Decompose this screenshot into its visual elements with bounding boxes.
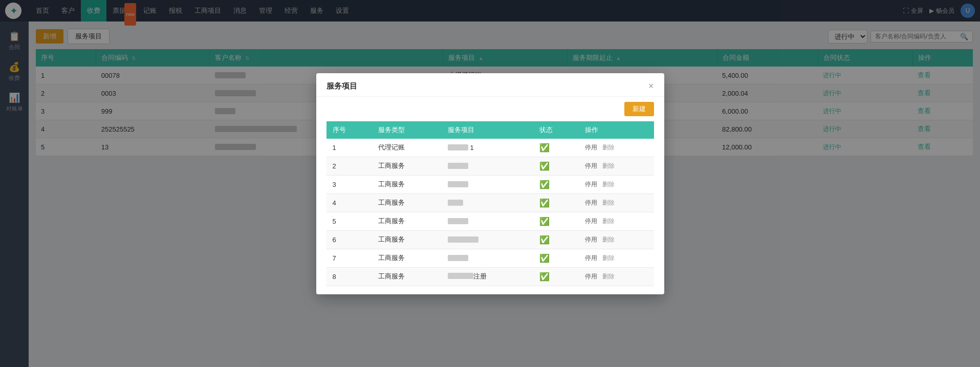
status-ok-icon: ✅ [539, 199, 550, 207]
modal-body: 序号 服务类型 服务项目 状态 操作 1 代理记账 1 ✅ 停用 删除 2 工商… [316, 121, 664, 294]
status-ok-icon: ✅ [539, 162, 550, 170]
stop-button[interactable]: 停用 [585, 273, 597, 280]
modal-cell-type: 工商服务 [372, 267, 442, 286]
modal-cell-actions: 停用 删除 [579, 139, 654, 157]
status-ok-icon: ✅ [539, 272, 550, 281]
status-ok-icon: ✅ [539, 143, 550, 152]
modal-cell-item [442, 212, 533, 230]
delete-button[interactable]: 删除 [602, 254, 615, 262]
modal-toolbar: 新建 [316, 97, 664, 121]
modal-header: 服务项目 × [316, 73, 664, 97]
service-items-modal: 服务项目 × 新建 序号 服务类型 服务项目 状态 操作 1 代理记账 [316, 73, 664, 294]
modal-table-row: 6 工商服务 ✅ 停用 删除 [326, 230, 654, 249]
delete-button[interactable]: 删除 [602, 199, 615, 206]
modal-table-row: 8 工商服务 注册 ✅ 停用 删除 [326, 267, 654, 286]
modal-col-action: 操作 [579, 121, 654, 139]
modal-overlay[interactable]: 服务项目 × 新建 序号 服务类型 服务项目 状态 操作 1 代理记账 [0, 0, 980, 367]
modal-cell-type: 工商服务 [372, 157, 442, 175]
modal-close-button[interactable]: × [648, 81, 654, 91]
modal-table-row: 4 工商服务 ✅ 停用 删除 [326, 193, 654, 212]
modal-title: 服务项目 [326, 81, 357, 91]
modal-table-row: 5 工商服务 ✅ 停用 删除 [326, 212, 654, 230]
modal-cell-status: ✅ [533, 267, 579, 286]
modal-cell-status: ✅ [533, 193, 579, 212]
modal-cell-type: 工商服务 [372, 212, 442, 230]
stop-button[interactable]: 停用 [585, 199, 597, 206]
modal-cell-item [442, 193, 533, 212]
modal-cell-actions: 停用 删除 [579, 193, 654, 212]
stop-button[interactable]: 停用 [585, 144, 597, 151]
delete-button[interactable]: 删除 [602, 236, 615, 243]
modal-cell-seq: 3 [326, 175, 372, 193]
modal-cell-seq: 7 [326, 249, 372, 267]
delete-button[interactable]: 删除 [602, 218, 615, 225]
modal-cell-item [442, 157, 533, 175]
modal-cell-actions: 停用 删除 [579, 212, 654, 230]
modal-cell-status: ✅ [533, 230, 579, 249]
modal-cell-type: 工商服务 [372, 230, 442, 249]
modal-cell-actions: 停用 删除 [579, 157, 654, 175]
stop-button[interactable]: 停用 [585, 254, 597, 262]
modal-table-row: 7 工商服务 ✅ 停用 删除 [326, 249, 654, 267]
modal-cell-status: ✅ [533, 139, 579, 157]
modal-col-item: 服务项目 [442, 121, 533, 139]
modal-cell-status: ✅ [533, 249, 579, 267]
modal-cell-status: ✅ [533, 175, 579, 193]
status-ok-icon: ✅ [539, 180, 550, 189]
modal-service-table: 序号 服务类型 服务项目 状态 操作 1 代理记账 1 ✅ 停用 删除 2 工商… [326, 121, 654, 286]
modal-cell-status: ✅ [533, 157, 579, 175]
stop-button[interactable]: 停用 [585, 236, 597, 243]
modal-cell-type: 工商服务 [372, 249, 442, 267]
modal-table-row: 2 工商服务 ✅ 停用 删除 [326, 157, 654, 175]
status-ok-icon: ✅ [539, 254, 550, 263]
modal-table-row: 1 代理记账 1 ✅ 停用 删除 [326, 139, 654, 157]
modal-cell-type: 代理记账 [372, 139, 442, 157]
modal-cell-seq: 8 [326, 267, 372, 286]
modal-new-button[interactable]: 新建 [624, 102, 654, 116]
modal-col-status: 状态 [533, 121, 579, 139]
modal-cell-actions: 停用 删除 [579, 249, 654, 267]
modal-cell-seq: 2 [326, 157, 372, 175]
modal-cell-type: 工商服务 [372, 175, 442, 193]
modal-col-seq: 序号 [326, 121, 372, 139]
modal-cell-actions: 停用 删除 [579, 175, 654, 193]
delete-button[interactable]: 删除 [602, 273, 615, 280]
modal-cell-item: 1 [442, 139, 533, 157]
modal-cell-seq: 4 [326, 193, 372, 212]
modal-cell-actions: 停用 删除 [579, 267, 654, 286]
modal-cell-item [442, 175, 533, 193]
modal-cell-status: ✅ [533, 212, 579, 230]
modal-cell-item: 注册 [442, 267, 533, 286]
stop-button[interactable]: 停用 [585, 218, 597, 225]
delete-button[interactable]: 删除 [602, 144, 615, 151]
modal-cell-item [442, 249, 533, 267]
modal-cell-seq: 1 [326, 139, 372, 157]
status-ok-icon: ✅ [539, 235, 550, 244]
stop-button[interactable]: 停用 [585, 162, 597, 169]
delete-button[interactable]: 删除 [602, 162, 615, 169]
stop-button[interactable]: 停用 [585, 181, 597, 188]
modal-cell-seq: 5 [326, 212, 372, 230]
modal-cell-seq: 6 [326, 230, 372, 249]
modal-cell-actions: 停用 删除 [579, 230, 654, 249]
modal-cell-type: 工商服务 [372, 193, 442, 212]
modal-table-row: 3 工商服务 ✅ 停用 删除 [326, 175, 654, 193]
delete-button[interactable]: 删除 [602, 181, 615, 188]
status-ok-icon: ✅ [539, 217, 550, 226]
modal-col-type: 服务类型 [372, 121, 442, 139]
modal-cell-item [442, 230, 533, 249]
